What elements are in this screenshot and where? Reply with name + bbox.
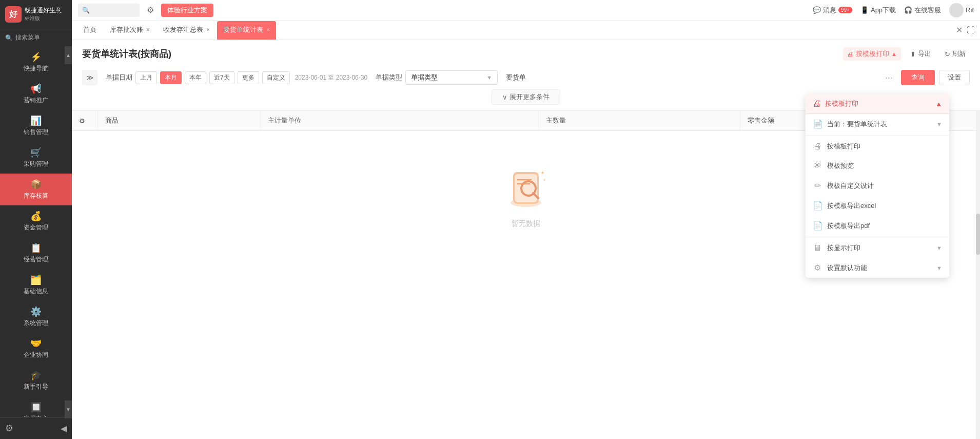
sidebar-scroll-down[interactable]: ▼ [65, 400, 72, 418]
set-default-left: ⚙ 设置默认功能 [813, 263, 867, 273]
sidebar-item-sales[interactable]: 📊 销售管理 [0, 110, 72, 142]
printer-icon: 🖨 [813, 99, 821, 108]
col-goods: 商品 [97, 111, 260, 131]
avatar [949, 3, 964, 17]
apps-icon: 🔲 [30, 402, 42, 413]
svg-text:✦: ✦ [540, 170, 544, 176]
double-arrow-icon: ≫ [86, 73, 94, 82]
purchase-icon: 🛒 [30, 147, 42, 158]
expand-icon: ∨ [502, 93, 507, 101]
download-icon: 📱 [860, 6, 869, 14]
sidebar-item-operation[interactable]: 📋 经营管理 [0, 237, 72, 269]
date-more-btn[interactable]: 更多 [238, 71, 259, 84]
sidebar-item-collab[interactable]: 🤝 企业协同 [0, 333, 72, 365]
order-type-select[interactable]: 单据类型 ▼ [405, 70, 498, 85]
app-download-btn[interactable]: 📱 App下载 [860, 6, 896, 15]
print-template-dropdown: 🖨 按模板打印 ▲ 📄 当前：要货单统计表 ▼ 🖨 按模板打印 👁 模板预览 [806, 94, 949, 278]
date-filter-group: 单据日期 上月 本月 本年 近7天 更多 自定义 2023-06-01 至 20… [106, 71, 367, 84]
sidebar-settings-icon[interactable]: ⚙ [5, 423, 13, 434]
empty-text: 暂无数据 [512, 219, 540, 228]
dropdown-item-print-template[interactable]: 🖨 按模板打印 [806, 137, 949, 156]
app-version: 标准版 [25, 15, 62, 22]
order-goods-filter: 要货单 [506, 73, 526, 82]
print-template-btn[interactable]: 🖨 按模板打印 ▲ [843, 47, 901, 61]
sidebar-item-basic[interactable]: 🗂️ 基础信息 [0, 269, 72, 301]
chevron-down-icon: ▼ [936, 121, 942, 127]
messages-btn[interactable]: 💬 消息 99+ [813, 6, 852, 15]
tab-window-controls: ✕ ⛶ [956, 25, 975, 35]
sidebar-nav: ⚡ 快捷导航 📢 营销推广 📊 销售管理 🛒 采购管理 📦 库存核算 💰 资金管… [0, 46, 72, 417]
date-prev-month-btn[interactable]: 上月 [135, 71, 157, 84]
user-name: Rit [966, 6, 974, 14]
chevron-down-icon: ▼ [66, 407, 71, 412]
excel-icon: 📄 [813, 201, 822, 211]
dropdown-item-custom-design[interactable]: ✏ 模板自定义设计 [806, 176, 949, 196]
display-print-label: 按显示打印 [827, 243, 860, 253]
tab-label: 收发存汇总表 [163, 25, 203, 34]
page-actions: 🖨 按模板打印 ▲ ⬆ 导出 ↻ 刷新 [843, 47, 970, 61]
column-settings-icon[interactable]: ⚙ [79, 117, 85, 125]
display-print-left: 🖥 按显示打印 [813, 243, 860, 253]
order-type-value: 单据类型 [411, 73, 438, 82]
user-avatar-btn[interactable]: Rit [949, 3, 974, 17]
search-icon: 🔍 [5, 34, 13, 42]
sidebar-item-marketing[interactable]: 📢 营销推广 [0, 78, 72, 110]
page-scrollbar[interactable] [976, 111, 980, 439]
top-search-input[interactable]: 🔍 [78, 4, 140, 17]
trial-btn[interactable]: 体验行业方案 [161, 4, 213, 17]
query-btn[interactable]: 查询 [901, 70, 935, 85]
scrollbar-thumb[interactable] [976, 214, 980, 255]
messages-label: 消息 [823, 6, 836, 15]
default-icon: ⚙ [813, 263, 822, 273]
sidebar-item-quicknav[interactable]: ⚡ 快捷导航 [0, 46, 72, 78]
dropdown-collapse-btn[interactable]: ▲ [935, 100, 942, 108]
date-current-month-btn[interactable]: 本月 [160, 71, 182, 84]
sidebar-item-purchase[interactable]: 🛒 采购管理 [0, 142, 72, 174]
date-current-year-btn[interactable]: 本年 [185, 71, 206, 84]
filter-toggle-btn[interactable]: ≫ [82, 70, 97, 85]
online-service-btn[interactable]: 🎧 在线客服 [904, 6, 941, 15]
dropdown-current-left: 📄 当前：要货单统计表 [813, 119, 887, 129]
item-label: 模板自定义设计 [827, 181, 874, 190]
export-btn[interactable]: ⬆ 导出 [906, 47, 935, 61]
close-window-icon[interactable]: ✕ [956, 25, 963, 35]
col-gear[interactable]: ⚙ [72, 111, 97, 131]
date-filter-label: 单据日期 [106, 73, 132, 82]
sidebar-item-newbie[interactable]: 🎓 新手引导 [0, 365, 72, 396]
app-name-block: 畅捷通好生意 标准版 [25, 7, 62, 22]
sidebar-item-finance[interactable]: 💰 资金管理 [0, 205, 72, 237]
top-gear-btn[interactable]: ⚙ [144, 4, 157, 17]
tab-close-order-stats[interactable]: × [266, 26, 270, 33]
dropdown-item-export-pdf[interactable]: 📄 按模板导出pdf [806, 216, 949, 236]
expand-window-icon[interactable]: ⛶ [967, 26, 975, 35]
sidebar-scroll-up[interactable]: ▲ [65, 46, 72, 64]
sidebar-item-apps[interactable]: 🔲 应用中心 [0, 396, 72, 417]
marketing-icon: 📢 [30, 83, 42, 94]
expand-more-btn[interactable]: ∨ 展开更多条件 [492, 89, 560, 105]
more-actions-btn[interactable]: ··· [881, 70, 897, 85]
order-type-label: 单据类型 [376, 73, 402, 82]
sidebar: 好 畅捷通好生意 标准版 🔍 搜索菜单 ▲ ⚡ 快捷导航 📢 营销推广 📊 销售… [0, 0, 72, 439]
refresh-btn[interactable]: ↻ 刷新 [940, 47, 970, 61]
tab-order-stats[interactable]: 要货单统计表 × [217, 21, 276, 40]
sidebar-search[interactable]: 🔍 搜索菜单 [0, 29, 72, 46]
dropdown-current-item[interactable]: 📄 当前：要货单统计表 ▼ [806, 114, 949, 134]
sidebar-fold-icon[interactable]: ◀ [61, 424, 67, 433]
collab-icon: 🤝 [30, 338, 42, 349]
dropdown-display-print[interactable]: 🖥 按显示打印 ▼ [806, 238, 949, 258]
dropdown-item-preview[interactable]: 👁 模板预览 [806, 156, 949, 176]
tab-close-batch[interactable]: × [146, 26, 150, 33]
tab-home[interactable]: 首页 [77, 21, 103, 40]
tab-close-collection[interactable]: × [206, 26, 210, 33]
divider2 [806, 237, 949, 237]
dropdown-set-default[interactable]: ⚙ 设置默认功能 ▼ [806, 258, 949, 278]
tab-collection[interactable]: 收发存汇总表 × [157, 21, 216, 40]
dropdown-item-export-excel[interactable]: 📄 按模板导出excel [806, 196, 949, 216]
date-custom-btn[interactable]: 自定义 [262, 71, 290, 84]
setting-btn[interactable]: 设置 [939, 70, 970, 85]
date-last7days-btn[interactable]: 近7天 [209, 71, 234, 84]
sidebar-item-inventory[interactable]: 📦 库存核算 [0, 174, 72, 205]
sidebar-item-system[interactable]: ⚙️ 系统管理 [0, 301, 72, 333]
order-type-filter: 单据类型 单据类型 ▼ [376, 70, 498, 85]
tab-batch[interactable]: 库存批次账 × [104, 21, 156, 40]
